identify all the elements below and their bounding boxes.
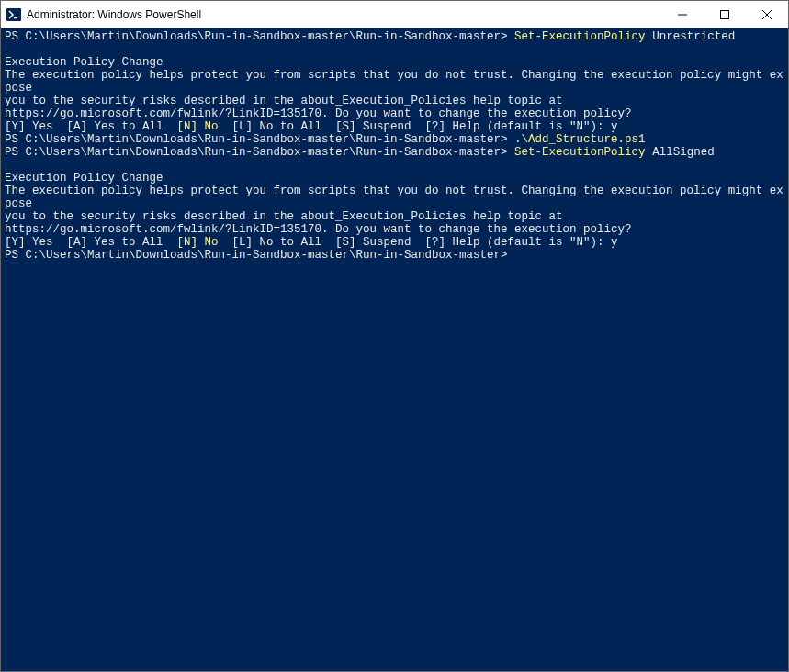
svg-rect-3: [721, 11, 729, 19]
window-title: Administrator: Windows PowerShell: [27, 8, 201, 21]
window-controls: [661, 1, 788, 28]
powershell-window: Administrator: Windows PowerShell PS C:\…: [0, 0, 789, 672]
terminal-line: The execution policy helps protect you f…: [5, 69, 784, 95]
terminal-segment: [L] No to All [S] Suspend [?] Help (defa…: [219, 236, 618, 249]
terminal-segment: Unrestricted: [652, 30, 735, 43]
terminal-segment: https://go.microsoft.com/fwlink/?LinkID=…: [5, 223, 632, 236]
close-button[interactable]: [746, 1, 788, 28]
terminal-segment: AllSigned: [652, 146, 715, 159]
terminal-segment: you to the security risks described in t…: [5, 210, 563, 223]
terminal-segment: PS C:\Users\Martin\Downloads\Run-in-Sand…: [5, 30, 514, 43]
powershell-icon: [6, 7, 21, 22]
terminal-segment: you to the security risks described in t…: [5, 95, 563, 107]
terminal-line: Execution Policy Change: [5, 172, 784, 185]
terminal-segment: https://go.microsoft.com/fwlink/?LinkID=…: [5, 107, 632, 120]
terminal-segment: The execution policy helps protect you f…: [5, 185, 783, 210]
terminal-line: https://go.microsoft.com/fwlink/?LinkID=…: [5, 107, 784, 120]
terminal-line: PS C:\Users\Martin\Downloads\Run-in-Sand…: [5, 146, 784, 159]
terminal-segment: [L] No to All [S] Suspend [?] Help (defa…: [219, 120, 618, 133]
terminal-segment: [Y] Yes [A] Yes to All: [5, 236, 177, 249]
terminal-segment: [N] No: [177, 236, 219, 249]
terminal-line: [Y] Yes [A] Yes to All [N] No [L] No to …: [5, 120, 784, 133]
terminal-line: Execution Policy Change: [5, 56, 784, 69]
terminal-line: https://go.microsoft.com/fwlink/?LinkID=…: [5, 223, 784, 236]
terminal-line: PS C:\Users\Martin\Downloads\Run-in-Sand…: [5, 249, 784, 262]
terminal-segment: Execution Policy Change: [5, 172, 163, 185]
terminal-segment: [N] No: [177, 120, 219, 133]
terminal-segment: Set-ExecutionPolicy: [514, 146, 652, 159]
terminal-line: [5, 159, 784, 172]
terminal-line: PS C:\Users\Martin\Downloads\Run-in-Sand…: [5, 30, 784, 43]
maximize-icon: [720, 10, 729, 19]
maximize-button[interactable]: [704, 1, 746, 28]
terminal-line: you to the security risks described in t…: [5, 95, 784, 107]
terminal-segment: .\Add_Structure.ps1: [514, 133, 646, 146]
terminal-line: [5, 43, 784, 56]
minimize-icon: [678, 10, 687, 19]
terminal-segment: The execution policy helps protect you f…: [5, 69, 783, 95]
titlebar[interactable]: Administrator: Windows PowerShell: [1, 1, 788, 28]
terminal-segment: [Y] Yes [A] Yes to All: [5, 120, 177, 133]
close-icon: [762, 10, 772, 19]
terminal-line: you to the security risks described in t…: [5, 210, 784, 223]
terminal-segment: [5, 159, 12, 172]
terminal-line: [Y] Yes [A] Yes to All [N] No [L] No to …: [5, 236, 784, 249]
terminal-segment: Set-ExecutionPolicy: [514, 30, 652, 43]
terminal-output[interactable]: PS C:\Users\Martin\Downloads\Run-in-Sand…: [1, 28, 788, 671]
terminal-segment: PS C:\Users\Martin\Downloads\Run-in-Sand…: [5, 249, 508, 262]
terminal-segment: PS C:\Users\Martin\Downloads\Run-in-Sand…: [5, 146, 514, 159]
terminal-segment: Execution Policy Change: [5, 56, 163, 69]
terminal-line: PS C:\Users\Martin\Downloads\Run-in-Sand…: [5, 133, 784, 146]
minimize-button[interactable]: [661, 1, 704, 28]
terminal-line: The execution policy helps protect you f…: [5, 185, 784, 210]
terminal-segment: [5, 43, 12, 56]
terminal-segment: PS C:\Users\Martin\Downloads\Run-in-Sand…: [5, 133, 514, 146]
